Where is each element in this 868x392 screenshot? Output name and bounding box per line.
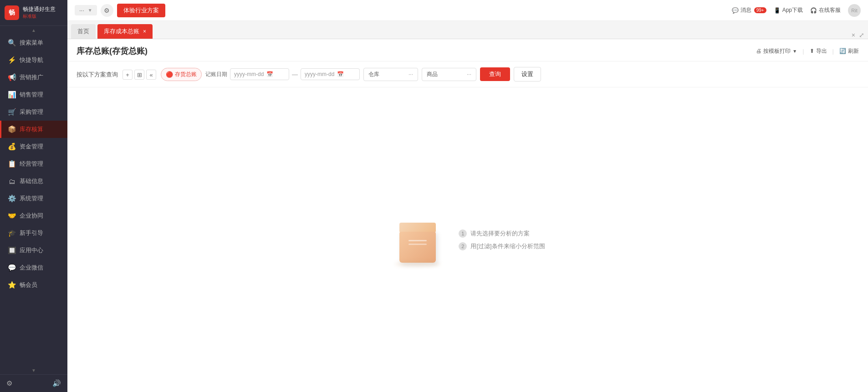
warehouse-more: ··· — [408, 71, 413, 77]
export-btn[interactable]: ⬆ 导出 — [810, 47, 827, 55]
print-btn[interactable]: 🖨 按模板打印 ▼ — [756, 47, 797, 55]
panel-close-area: × ⤢ — [852, 31, 864, 39]
divider: | — [802, 48, 804, 55]
main-area: ··· ▼ ⚙ 体验行业方案 💬 消息 99+ 📱 App下载 🎧 在线客服 R… — [67, 0, 868, 392]
sidebar-item-search[interactable]: 🔍 搜索菜单 — [0, 34, 67, 51]
messages-badge: 99+ — [754, 7, 766, 13]
date-start-input[interactable]: yyyy-mm-dd 📅 — [230, 68, 289, 80]
calendar-start-icon: 📅 — [266, 71, 273, 77]
headset-icon: 🎧 — [810, 7, 817, 14]
warehouse-filter[interactable]: 仓库 ··· — [363, 68, 418, 81]
purchase-icon: 🛒 — [8, 108, 16, 116]
page-content: 库存总账(存货总账) 🖨 按模板打印 ▼ | ⬆ 导出 | 🔄 刷新 — [67, 39, 868, 392]
scheme-icon: 🔴 — [166, 71, 173, 78]
date-start-placeholder: yyyy-mm-dd — [234, 71, 264, 77]
date-label: 记账日期 — [205, 71, 227, 78]
product-label: 商品 — [427, 71, 438, 78]
calendar-end-icon: 📅 — [337, 71, 344, 77]
tab-inventory-label: 库存成本总账 — [104, 27, 139, 36]
member-icon: ⭐ — [8, 281, 16, 289]
basic-icon: 🗂 — [8, 177, 16, 185]
filter-area: 按以下方案查询 + ⊞ « 🔴 存货总账 记账日期 yyyy-mm-dd 📅 — — [67, 61, 868, 87]
scroll-down-indicator: ▼ — [0, 366, 67, 374]
sidebar-item-appstore[interactable]: 🔲 应用中心 — [0, 242, 67, 259]
sidebar-item-sales[interactable]: 📊 销售管理 — [0, 86, 67, 103]
sidebar-item-wechat[interactable]: 💬 企业微信 — [0, 259, 67, 276]
sidebar-item-system[interactable]: ⚙️ 系统管理 — [0, 190, 67, 207]
panel-resize-btn[interactable]: ⤢ — [859, 31, 864, 39]
product-filter[interactable]: 商品 ··· — [422, 68, 476, 81]
sidebar-item-operation[interactable]: 📋 经营管理 — [0, 155, 67, 173]
sidebar-item-shortcut[interactable]: ⚡ 快捷导航 — [0, 51, 67, 69]
tab-home[interactable]: 首页 — [71, 24, 96, 39]
appstore-icon: 🔲 — [8, 246, 16, 255]
page-header-actions: 🖨 按模板打印 ▼ | ⬆ 导出 | 🔄 刷新 — [756, 47, 859, 55]
hint-text-1: 请先选择要分析的方案 — [470, 229, 530, 238]
sidebar-item-purchase[interactable]: 🛒 采购管理 — [0, 103, 67, 121]
sidebar-item-member[interactable]: ⭐ 畅会员 — [0, 276, 67, 294]
hint-text-2: 用[过滤]条件来缩小分析范围 — [470, 242, 545, 250]
industry-btn[interactable]: 体验行业方案 — [117, 4, 165, 17]
search-btn[interactable]: 查询 — [480, 67, 510, 81]
enterprise-icon: 🤝 — [8, 212, 16, 220]
message-icon: 💬 — [732, 7, 739, 14]
app-logo: 畅 畅捷通好生意 标准版 — [0, 0, 67, 26]
refresh-icon: 🔄 — [839, 48, 846, 54]
operation-icon: 📋 — [8, 160, 16, 168]
filter-label: 按以下方案查询 — [77, 67, 118, 79]
funds-icon: 💰 — [8, 143, 16, 151]
sidebar-item-funds[interactable]: 💰 资金管理 — [0, 138, 67, 155]
page-title: 库存总账(存货总账) — [77, 46, 148, 56]
marketing-icon: 📢 — [8, 73, 16, 81]
date-separator: — — [292, 71, 298, 78]
filter-scheme[interactable]: 🔴 存货总账 — [161, 68, 202, 81]
online-service-action[interactable]: 🎧 在线客服 — [810, 6, 841, 14]
wechat-icon: 💬 — [8, 264, 16, 272]
expand-filter-btn[interactable]: ⊞ — [134, 70, 144, 80]
flash-icon: ⚡ — [8, 56, 16, 64]
search-icon: 🔍 — [8, 39, 16, 47]
logo-text: 畅捷通好生意 标准版 — [23, 6, 56, 20]
sidebar-audio-btn[interactable]: 🔊 — [52, 379, 61, 387]
date-end-input[interactable]: yyyy-mm-dd 📅 — [301, 68, 360, 80]
tab-home-label: 首页 — [77, 27, 89, 36]
print-dropdown-icon: ▼ — [792, 49, 797, 54]
empty-hint-1: 1 请先选择要分析的方案 — [459, 229, 545, 238]
panel-close-btn[interactable]: × — [852, 31, 855, 39]
sidebar-nav: 🔍 搜索菜单 ⚡ 快捷导航 📢 营销推广 📊 销售管理 🛒 采购管理 📦 库存核… — [0, 34, 67, 366]
sidebar-item-inventory[interactable]: 📦 库存核算 — [0, 121, 67, 138]
sidebar-item-marketing[interactable]: 📢 营销推广 — [0, 69, 67, 86]
breadcrumb[interactable]: ··· ▼ — [75, 5, 97, 15]
empty-shadow — [395, 262, 440, 266]
settings-filter-btn[interactable]: 设置 — [514, 67, 541, 81]
topbar-left: ··· ▼ ⚙ 体验行业方案 — [75, 4, 732, 17]
empty-illustration — [390, 213, 445, 267]
sidebar-settings-btn[interactable]: ⚙ — [6, 379, 12, 387]
avatar[interactable]: Rit — [848, 4, 861, 17]
tab-inventory-ledger[interactable]: 库存成本总账 × — [97, 24, 153, 39]
newbie-icon: 🎓 — [8, 229, 16, 237]
app-download-action[interactable]: 📱 App下载 — [774, 6, 803, 14]
product-more: ··· — [467, 71, 471, 77]
export-icon: ⬆ — [810, 48, 814, 54]
collapse-filter-btn[interactable]: « — [146, 70, 156, 80]
tabbar: 首页 库存成本总账 × × ⤢ — [67, 21, 868, 39]
page-header: 库存总账(存货总账) 🖨 按模板打印 ▼ | ⬆ 导出 | 🔄 刷新 — [67, 39, 868, 61]
sidebar-item-newbie[interactable]: 🎓 新手引导 — [0, 224, 67, 242]
messages-action[interactable]: 💬 消息 99+ — [732, 6, 766, 14]
add-filter-btn[interactable]: + — [123, 70, 133, 80]
inventory-icon: 📦 — [8, 125, 16, 133]
topbar-settings-btn[interactable]: ⚙ — [101, 4, 113, 17]
sidebar-item-basic[interactable]: 🗂 基础信息 — [0, 173, 67, 190]
filter-controls: 🔴 存货总账 记账日期 yyyy-mm-dd 📅 — yyyy-mm-dd 📅 — [161, 67, 859, 81]
empty-text: 1 请先选择要分析的方案 2 用[过滤]条件来缩小分析范围 — [459, 229, 545, 250]
tab-close-btn[interactable]: × — [143, 28, 146, 35]
scroll-up-indicator: ▲ — [0, 26, 67, 34]
chevron-down-icon: ▼ — [88, 8, 92, 13]
sidebar-item-enterprise[interactable]: 🤝 企业协同 — [0, 207, 67, 224]
empty-hint-2: 2 用[过滤]条件来缩小分析范围 — [459, 242, 545, 250]
sales-icon: 📊 — [8, 91, 16, 99]
refresh-btn[interactable]: 🔄 刷新 — [839, 47, 859, 55]
empty-state: 1 请先选择要分析的方案 2 用[过滤]条件来缩小分析范围 — [67, 87, 868, 392]
logo-icon: 畅 — [5, 5, 19, 20]
